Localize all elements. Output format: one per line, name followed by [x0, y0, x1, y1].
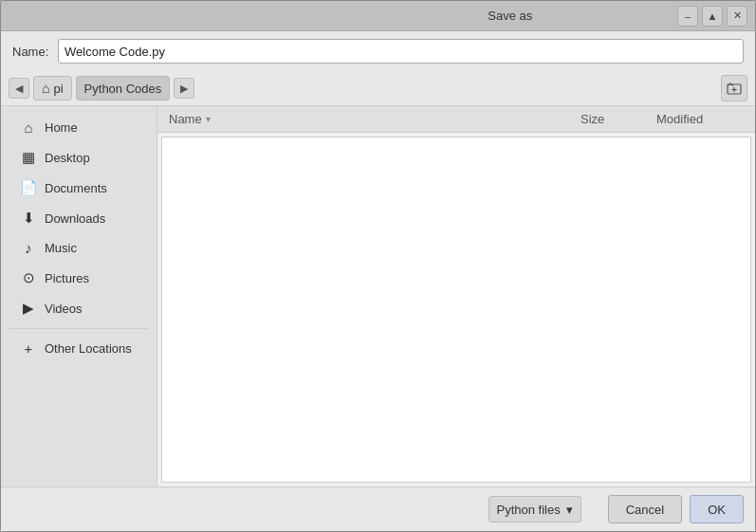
- titlebar: Save as – ▲ ✕: [1, 1, 755, 31]
- sidebar-item-other-locations-label: Other Locations: [45, 341, 132, 356]
- minimize-button[interactable]: –: [677, 6, 698, 27]
- other-locations-icon: +: [20, 340, 37, 357]
- back-button[interactable]: ◀: [9, 78, 29, 99]
- new-folder-button[interactable]: [721, 75, 747, 101]
- save-as-dialog: Save as – ▲ ✕ Name: ◀ ⌂ pi Python Codes …: [0, 0, 756, 532]
- home-breadcrumb[interactable]: ⌂ pi: [33, 76, 72, 101]
- file-list-header: Name ▾ Size Modified: [157, 106, 755, 133]
- sidebar-item-other-locations[interactable]: + Other Locations: [5, 335, 153, 362]
- sidebar-item-desktop[interactable]: ▦ Desktop: [5, 143, 153, 172]
- videos-icon: ▶: [20, 300, 37, 317]
- sidebar-item-home[interactable]: ⌂ Home: [5, 114, 153, 141]
- sidebar-item-desktop-label: Desktop: [45, 151, 90, 165]
- sidebar-item-videos[interactable]: ▶ Videos: [5, 294, 153, 322]
- home-icon: ⌂: [42, 81, 49, 96]
- column-name-label: Name: [169, 112, 202, 126]
- column-size-label: Size: [581, 112, 604, 126]
- ok-button[interactable]: OK: [690, 495, 744, 523]
- maximize-button[interactable]: ▲: [702, 6, 723, 27]
- sidebar-item-home-label: Home: [45, 120, 78, 135]
- music-icon: ♪: [20, 240, 37, 256]
- window-controls: – ▲ ✕: [677, 6, 747, 27]
- name-row: Name:: [1, 31, 755, 71]
- sidebar-item-videos-label: Videos: [45, 302, 83, 316]
- desktop-icon: ▦: [20, 149, 37, 166]
- new-folder-icon: [727, 81, 742, 96]
- sidebar-item-music[interactable]: ♪ Music: [5, 234, 153, 262]
- sidebar-item-pictures-label: Pictures: [45, 271, 89, 285]
- close-button[interactable]: ✕: [727, 6, 747, 27]
- downloads-icon: ⬇: [20, 210, 37, 227]
- file-type-filter[interactable]: Python files ▾: [489, 496, 581, 523]
- main-area: ⌂ Home ▦ Desktop 📄 Documents ⬇ Downloads…: [1, 106, 755, 486]
- name-label: Name:: [12, 45, 50, 59]
- breadcrumb-bar: ◀ ⌂ pi Python Codes ▶: [1, 71, 755, 106]
- python-codes-label: Python Codes: [84, 82, 162, 96]
- filter-arrow-icon: ▾: [566, 503, 573, 517]
- sidebar-divider: [9, 328, 149, 329]
- action-buttons: Cancel OK: [608, 495, 744, 523]
- filename-input[interactable]: [58, 39, 744, 64]
- sidebar: ⌂ Home ▦ Desktop 📄 Documents ⬇ Downloads…: [1, 106, 157, 486]
- file-list[interactable]: [161, 137, 751, 483]
- filter-label: Python files: [497, 503, 561, 517]
- bottom-bar: Python files ▾ Cancel OK: [1, 486, 755, 531]
- sidebar-item-music-label: Music: [45, 241, 77, 255]
- python-codes-breadcrumb[interactable]: Python Codes: [76, 76, 171, 101]
- forward-button[interactable]: ▶: [174, 78, 194, 99]
- home-sidebar-icon: ⌂: [20, 119, 37, 136]
- sidebar-item-downloads[interactable]: ⬇ Downloads: [5, 204, 153, 232]
- sidebar-item-documents[interactable]: 📄 Documents: [5, 174, 153, 202]
- documents-icon: 📄: [20, 179, 37, 196]
- column-modified: Modified: [653, 110, 747, 128]
- sidebar-item-documents-label: Documents: [45, 181, 107, 195]
- home-breadcrumb-label: pi: [53, 82, 63, 96]
- sidebar-item-pictures[interactable]: ⊙ Pictures: [5, 264, 153, 292]
- column-modified-label: Modified: [656, 112, 703, 126]
- cancel-button[interactable]: Cancel: [608, 495, 682, 523]
- dialog-title: Save as: [343, 9, 678, 23]
- column-name[interactable]: Name ▾: [165, 110, 577, 128]
- file-area: Name ▾ Size Modified: [157, 106, 755, 486]
- pictures-icon: ⊙: [20, 269, 37, 286]
- sort-arrow-icon: ▾: [206, 114, 211, 124]
- sidebar-item-downloads-label: Downloads: [45, 211, 105, 226]
- column-size: Size: [577, 110, 653, 128]
